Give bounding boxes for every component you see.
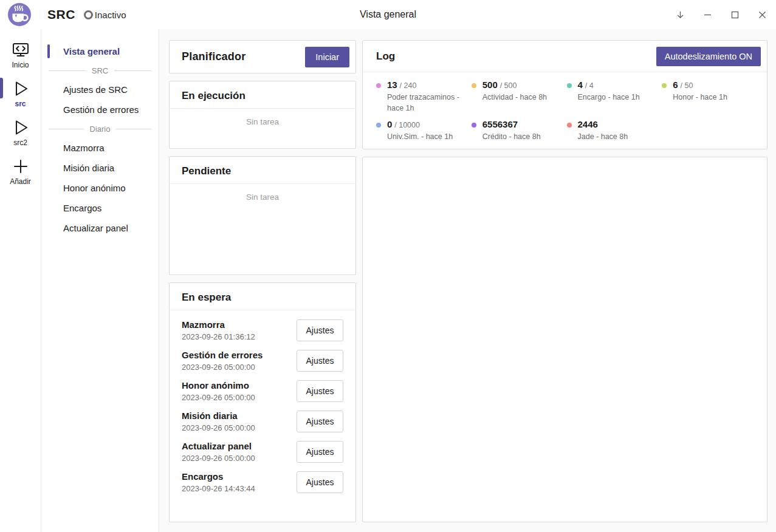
pending-title: Pendiente [170,157,355,184]
close-button[interactable] [749,0,776,29]
log-panel: Log Autodeslizamiento ON 13 / 240 Poder … [362,40,767,149]
status-label: Inactivo [95,10,126,20]
settings-button[interactable]: Ajustes [297,319,343,341]
waiting-panel: En espera Mazmorra 2023-09-26 01:36:12 A… [169,282,356,522]
planner-panel: Planificador Iniciar [169,40,356,73]
stat-honor: 6 / 50 Honor - hace 1h [662,80,757,114]
play-icon [12,118,30,137]
sidebar-item-mazmorra[interactable]: Mazmorra [41,138,159,158]
stat-simulated-universe: 0 / 10000 Univ.Sim. - hace 1h [376,119,472,142]
sidebar-item-label: Honor anónimo [63,183,126,193]
task-name: Mazmorra [182,319,255,330]
task-time: 2023-09-26 05:00:00 [182,423,255,432]
sidebar-section-src: SRC [41,61,159,80]
task-name: Gestión de errores [182,350,263,360]
sidebar-item-label: Mazmorra [63,143,105,153]
task-time: 2023-09-26 01:36:12 [182,332,255,341]
rail-item-label: Inicio [12,61,29,69]
log-stats: 13 / 240 Poder trazacaminos - hace 1h 50… [363,72,767,142]
close-icon [758,10,767,19]
sidebar-item-label: Encargos [63,203,101,213]
sidebar-item-gestion-de-errores[interactable]: Gestión de errores [41,100,159,120]
task-name: Actualizar panel [182,441,255,451]
running-title: En ejecución [170,81,355,109]
autoscroll-toggle-button[interactable]: Autodeslizamiento ON [656,47,761,66]
stat-max: / 50 [680,81,693,90]
stat-credit: 6556367 Crédito - hace 8h [472,119,567,142]
rail-item-label: Añadir [10,177,31,186]
waiting-row: Honor anónimo 2023-09-26 05:00:00 Ajuste… [182,376,343,406]
waiting-row: Actualizar panel 2023-09-26 05:00:00 Aju… [182,437,343,467]
task-time: 2023-09-26 05:00:00 [182,363,263,372]
stat-value: 500 [482,80,498,90]
icon-rail: Inicio src src2 Añadir [0,29,41,532]
stat-dot [567,83,572,88]
stat-jade: 2446 Jade - hace 8h [567,119,662,142]
selection-indicator [47,44,50,58]
log-output-panel[interactable] [362,157,767,522]
sidebar-item-honor-anonimo[interactable]: Honor anónimo [41,178,159,198]
settings-button[interactable]: Ajustes [297,441,343,463]
task-name: Encargos [182,471,255,482]
waiting-row: Encargos 2023-09-26 14:43:44 Ajustes [182,467,343,497]
stat-dot [472,123,476,128]
sidebar-item-label: Misión diaria [63,163,114,173]
stat-dot [376,123,381,128]
play-icon [12,80,30,98]
sidebar: Vista general SRC Ajustes de SRC Gestión… [41,29,159,532]
stat-value: 13 [387,80,397,90]
settings-button[interactable]: Ajustes [297,380,343,402]
waiting-list: Mazmorra 2023-09-26 01:36:12 Ajustes Ges… [170,310,355,497]
sidebar-item-mision-diaria[interactable]: Misión diaria [41,158,159,178]
titlebar: SRC Inactivo Vista general [0,0,776,29]
main-content: Planificador Iniciar En ejecución Sin ta… [159,29,776,532]
stat-dot [472,83,476,88]
stat-assignment: 4 / 4 Encargo - hace 1h [567,80,662,114]
minimize-icon [703,10,712,19]
settings-button[interactable]: Ajustes [297,411,343,432]
maximize-button[interactable] [721,0,749,29]
stat-dot [567,123,572,128]
hide-window-button[interactable] [667,0,694,29]
task-time: 2023-09-26 05:00:00 [182,393,255,402]
rail-item-inicio[interactable]: Inicio [0,35,41,74]
rail-item-src[interactable]: src [0,74,41,113]
code-monitor-icon [12,41,30,59]
pending-panel: Pendiente Sin tarea [169,156,356,275]
sidebar-section-diario: Diario [41,120,159,138]
waiting-title: En espera [170,283,355,310]
waiting-row: Misión diaria 2023-09-26 05:00:00 Ajuste… [182,406,343,437]
stat-dot [376,83,381,88]
minimize-button[interactable] [694,0,721,29]
section-label: SRC [86,66,114,75]
rail-item-label: src2 [13,138,27,147]
stat-value: 2446 [578,119,598,129]
arrow-down-icon [676,10,685,19]
sidebar-item-ajustes-de-src[interactable]: Ajustes de SRC [41,80,159,100]
sidebar-item-vista-general[interactable]: Vista general [41,41,159,61]
selection-indicator [0,78,3,98]
settings-button[interactable]: Ajustes [297,471,343,493]
sidebar-item-label: Gestión de errores [63,104,139,115]
rail-item-add[interactable]: Añadir [0,152,41,191]
window-controls [667,0,776,29]
settings-button[interactable]: Ajustes [297,350,343,372]
stat-dot [662,83,667,88]
rail-item-src2[interactable]: src2 [0,113,41,152]
sidebar-item-actualizar-panel[interactable]: Actualizar panel [41,218,159,238]
waiting-row: Gestión de errores 2023-09-26 05:00:00 A… [182,346,343,376]
stat-value: 0 [387,119,392,129]
running-empty-text: Sin tarea [170,109,355,126]
stat-max: / 240 [400,81,417,90]
task-name: Misión diaria [182,411,255,421]
stat-max: / 500 [500,81,517,90]
stat-empty-cell [662,119,757,142]
app-logo-icon [7,2,32,27]
status-idle-icon [84,10,93,19]
stat-value: 4 [578,80,583,90]
app-name: SRC [47,7,75,22]
stat-max: / 4 [585,81,594,90]
sidebar-item-encargos[interactable]: Encargos [41,198,159,218]
start-button[interactable]: Iniciar [305,47,349,67]
section-label: Diario [84,124,117,134]
